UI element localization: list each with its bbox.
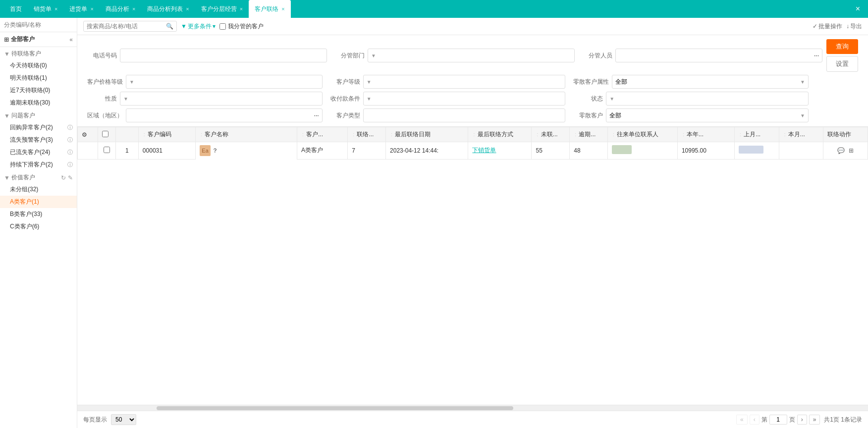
th-code[interactable]: : 客户编码 bbox=[138, 127, 195, 142]
batch-op-btn[interactable]: ✓ 批量操作 bbox=[813, 22, 842, 31]
th-overdue[interactable]: : 逾期... bbox=[570, 127, 608, 142]
settings-btn[interactable]: 设置 bbox=[826, 56, 858, 72]
sidebar-item-churned[interactable]: 已流失客户(24) ⓘ bbox=[0, 146, 77, 159]
sidebar-item-churn-warning[interactable]: 流失预警客户(3) ⓘ bbox=[0, 134, 77, 146]
edit-icon[interactable]: ✎ bbox=[68, 174, 73, 181]
filter-region-input[interactable]: ··· bbox=[126, 108, 323, 122]
sidebar-group-value[interactable]: ▼ 价值客户 ↻ ✎ bbox=[0, 171, 77, 183]
nav-goods-analysis-list[interactable]: 商品分析列表 × bbox=[141, 0, 195, 18]
filter-manager-input[interactable]: ··· bbox=[615, 49, 822, 62]
global-close-btn[interactable]: × bbox=[852, 4, 864, 13]
filter-payment-select[interactable]: ▼ bbox=[363, 92, 566, 106]
sidebar-group-problem[interactable]: ▼ 问题客户 bbox=[0, 109, 77, 121]
th-contact-count[interactable]: : 联络... bbox=[348, 127, 386, 142]
sidebar-item-c-class[interactable]: C类客户(6) bbox=[0, 220, 77, 233]
sidebar-item-overdue-contact[interactable]: 逾期未联络(30) bbox=[0, 97, 77, 109]
nav-purchase[interactable]: 进货单 × bbox=[63, 0, 99, 18]
filter-customer-level-select[interactable]: ▼ bbox=[363, 75, 566, 89]
query-btn[interactable]: 查询 bbox=[826, 39, 858, 54]
prev-page-btn[interactable]: ‹ bbox=[750, 415, 760, 425]
th-last-month[interactable]: : 上月... bbox=[735, 127, 779, 142]
close-goods-analysis[interactable]: × bbox=[132, 6, 135, 12]
th-name[interactable]: : 客户名称 bbox=[196, 127, 297, 142]
sidebar-item-abnormal-repurchase[interactable]: 回购异常客户(2) ⓘ bbox=[0, 121, 77, 134]
th-contact-person[interactable]: : 往来单位联系人 bbox=[608, 127, 678, 142]
nav-sales[interactable]: 销货单 × bbox=[28, 0, 63, 18]
sidebar-all-customers[interactable]: ⊞ 全部客户 « bbox=[0, 32, 77, 47]
scatter-attr-arrow: ▼ bbox=[800, 79, 805, 85]
chat-icon[interactable]: 💬 bbox=[837, 147, 845, 154]
collapse-all-icon[interactable]: « bbox=[69, 36, 73, 43]
filter-dept-select[interactable]: ▼ bbox=[368, 49, 575, 62]
col-sep-nc: : bbox=[537, 132, 538, 137]
filter-icon: ▼ bbox=[181, 23, 187, 30]
filter-more-btn[interactable]: ▼ 更多条件 ▾ bbox=[181, 22, 216, 31]
filter-scatter-customer-label: 零散客户 bbox=[573, 111, 603, 120]
sidebar-item-today[interactable]: 今天待联络(0) bbox=[0, 59, 77, 72]
scrollbar-area[interactable] bbox=[77, 405, 868, 411]
contact-method-link[interactable]: 下销货单 bbox=[472, 147, 496, 154]
scrollbar-thumb[interactable] bbox=[157, 406, 513, 410]
filter-search-icon[interactable]: 🔍 bbox=[166, 23, 173, 30]
filter-customer-level-label: 客户等级 bbox=[330, 78, 360, 86]
page-input[interactable] bbox=[769, 415, 787, 425]
filter-scatter-customer-select[interactable]: 全部 ▼ bbox=[606, 108, 809, 122]
sidebar-group-pending[interactable]: ▼ 待联络客户 bbox=[0, 47, 77, 59]
filter-customer-type-input[interactable] bbox=[363, 108, 566, 122]
close-customer-tier[interactable]: × bbox=[240, 6, 243, 12]
next-page-btn[interactable]: › bbox=[797, 415, 807, 425]
first-page-btn[interactable]: « bbox=[736, 415, 748, 425]
td-checkbox[interactable] bbox=[98, 142, 115, 160]
td-code: 000031 bbox=[138, 142, 195, 160]
my-customers-check[interactable] bbox=[219, 23, 226, 30]
sidebar-search-wrap: 🔍 bbox=[0, 18, 77, 32]
th-type[interactable]: : 客户... bbox=[297, 127, 347, 142]
nav-customer-tier[interactable]: 客户分层经营 × bbox=[195, 0, 249, 18]
table-area: ⚙ : 客户编码 : 客户名称 : 客户... bbox=[77, 127, 868, 405]
th-last-contact-date[interactable]: : 最后联络日期 bbox=[386, 127, 468, 142]
close-purchase[interactable]: × bbox=[90, 6, 93, 12]
refresh-icon[interactable]: ↻ bbox=[61, 174, 66, 181]
filter-nature-select[interactable]: ▼ bbox=[120, 92, 323, 106]
row-checkbox[interactable] bbox=[104, 147, 110, 153]
sidebar-item-b-class[interactable]: B类客户(33) bbox=[0, 208, 77, 220]
per-page-select[interactable]: 50 100 200 bbox=[111, 414, 136, 425]
my-customers-checkbox[interactable]: 我分管的客户 bbox=[219, 22, 264, 31]
sidebar-item-a-class[interactable]: A类客户(1) bbox=[0, 196, 77, 208]
sidebar-search-input[interactable] bbox=[4, 21, 77, 28]
nav-goods-analysis[interactable]: 商品分析 × bbox=[100, 0, 141, 18]
sidebar-item-tomorrow[interactable]: 明天待联络(1) bbox=[0, 72, 77, 84]
filter-customer-level: 客户等级 ▼ bbox=[326, 75, 570, 89]
th-no-contact[interactable]: : 未联... bbox=[532, 127, 570, 142]
link-icon[interactable]: ⊞ bbox=[849, 147, 854, 154]
sidebar-item-ungrouped[interactable]: 未分组(32) bbox=[0, 183, 77, 196]
checkbox-all[interactable] bbox=[102, 131, 108, 137]
filter-price-level-select[interactable]: ▼ bbox=[126, 75, 323, 89]
filter-scatter-attr-select[interactable]: 全部 ▼ bbox=[612, 75, 809, 89]
td-last-contact-method[interactable]: 下销货单 bbox=[468, 142, 532, 160]
th-current-year[interactable]: : 本年... bbox=[677, 127, 734, 142]
filter-payment-label: 收付款条件 bbox=[330, 95, 360, 103]
nav-customer-contact[interactable]: 客户联络 × bbox=[249, 0, 290, 18]
filter-status-select[interactable]: ▼ bbox=[606, 92, 809, 106]
close-sales[interactable]: × bbox=[54, 6, 57, 12]
td-last-month bbox=[735, 142, 779, 160]
th-checkbox-all[interactable] bbox=[98, 127, 115, 142]
nav-home[interactable]: 首页 bbox=[4, 0, 28, 18]
th-gear[interactable]: ⚙ bbox=[78, 127, 98, 142]
filter-region: 区域（地区） ··· bbox=[83, 108, 326, 122]
col-sep-type: : bbox=[302, 132, 304, 137]
close-goods-analysis-list[interactable]: × bbox=[186, 6, 189, 12]
th-last-contact-method[interactable]: : 最后联络方式 bbox=[468, 127, 532, 142]
sidebar-item-declining[interactable]: 持续下滑客户(2) ⓘ bbox=[0, 159, 77, 171]
data-table: ⚙ : 客户编码 : 客户名称 : 客户... bbox=[77, 127, 868, 160]
export-btn[interactable]: ↓ 导出 bbox=[846, 22, 862, 31]
filter-phone-input[interactable] bbox=[120, 49, 327, 62]
filter-scatter-attr: 零散客户属性 全部 ▼ bbox=[569, 75, 813, 89]
th-current-month[interactable]: : 本月... bbox=[779, 127, 823, 142]
sidebar-item-7days[interactable]: 近7天待联络(0) bbox=[0, 84, 77, 97]
close-customer-contact[interactable]: × bbox=[281, 6, 284, 12]
region-dots-icon: ··· bbox=[314, 112, 319, 119]
filter-search-input[interactable] bbox=[87, 23, 166, 30]
last-page-btn[interactable]: » bbox=[809, 415, 820, 425]
